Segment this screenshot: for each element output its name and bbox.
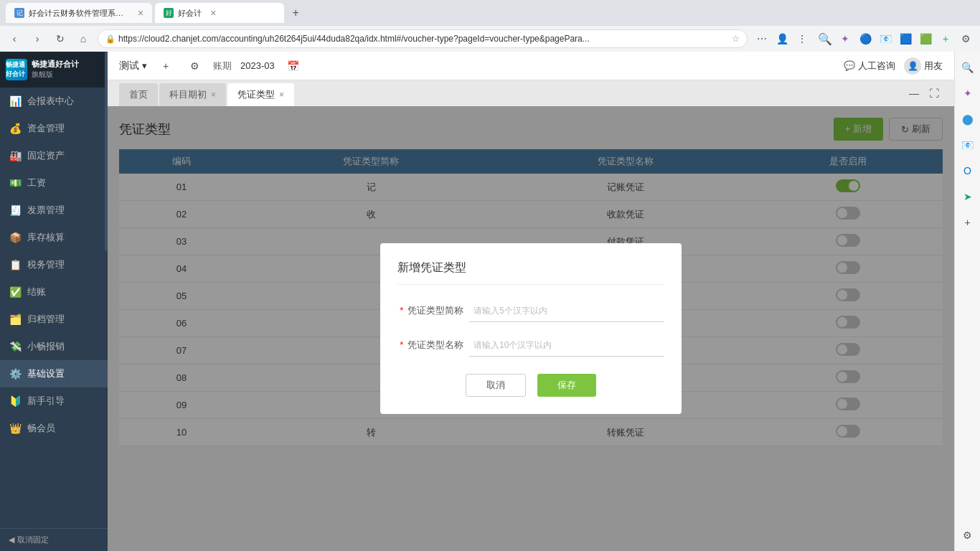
consult-label: 人工咨询: [858, 60, 895, 72]
short-name-input[interactable]: [469, 299, 664, 322]
ext1-icon[interactable]: ✦: [837, 30, 854, 47]
right-star-button[interactable]: ✦: [958, 83, 978, 103]
ext3-icon[interactable]: 📧: [877, 30, 894, 47]
user-button[interactable]: 👤 用友: [904, 57, 943, 75]
sidebar-item-label: 发票管理: [27, 204, 65, 217]
sidebar-item-label: 资金管理: [27, 122, 65, 135]
browser-chrome: 记 好会计云财务软件管理系统_会计 × 好 好会计 × +: [0, 0, 980, 26]
tab-home-label: 首页: [129, 88, 148, 101]
sidebar-logo: 畅捷通好合计: [6, 59, 27, 80]
calendar-icon[interactable]: 📅: [283, 56, 303, 76]
add-company-button[interactable]: +: [156, 56, 176, 76]
sidebar-item-label: 库存核算: [27, 231, 65, 244]
ext6-icon[interactable]: +: [937, 30, 954, 47]
company-selector[interactable]: 测试 ▾: [119, 60, 147, 72]
profile-button[interactable]: 👤: [773, 30, 791, 47]
sidebar-item-archive[interactable]: 🗂️ 归档管理: [0, 306, 108, 333]
extensions-button[interactable]: ⋯: [753, 30, 771, 47]
right-settings-button[interactable]: ⚙: [958, 525, 978, 545]
inventory-icon: 📦: [9, 231, 22, 244]
required-star: *: [400, 305, 403, 316]
user-label: 用友: [924, 60, 943, 72]
sidebar-unpin[interactable]: ◀ 取消固定: [0, 528, 108, 551]
sidebar-item-finance[interactable]: 💰 资金管理: [0, 115, 108, 142]
tab-voucher-label: 凭证类型: [237, 88, 275, 101]
sidebar-item-label: 小畅报销: [27, 340, 65, 353]
sidebar-item-label: 新手引导: [27, 395, 65, 408]
sidebar-item-member[interactable]: 👑 畅会员: [0, 415, 108, 442]
modal-form: * 凭证类型简称 * 凭证类型名称: [397, 299, 664, 357]
home-button[interactable]: ⌂: [75, 30, 92, 47]
modal-dialog: 新增凭证类型 * 凭证类型简称 * 凭证类型名称: [380, 243, 682, 414]
tab2-close[interactable]: ×: [210, 7, 216, 19]
tab-subjects-close[interactable]: ×: [211, 90, 216, 100]
gear-icon: ⚙: [190, 60, 199, 72]
tab1-close[interactable]: ×: [138, 7, 143, 19]
forward-button[interactable]: ›: [29, 30, 46, 47]
tab-minimize-button[interactable]: —: [905, 85, 923, 102]
modal-overlay: 新增凭证类型 * 凭证类型简称 * 凭证类型名称: [108, 106, 954, 551]
star-icon[interactable]: ☆: [732, 34, 740, 44]
tab-voucher-type[interactable]: 凭证类型 ×: [227, 83, 294, 106]
sidebar-item-guide[interactable]: 🔰 新手引导: [0, 387, 108, 415]
sidebar-item-invoice[interactable]: 🧾 发票管理: [0, 197, 108, 224]
checkout-icon: ✅: [9, 286, 22, 298]
salary-icon: 💵: [9, 176, 22, 189]
new-tab-button[interactable]: +: [287, 4, 304, 22]
ext2-icon[interactable]: 🔵: [857, 30, 874, 47]
settings-icon: ⚙️: [9, 367, 22, 380]
sidebar-item-label: 固定资产: [27, 149, 65, 162]
tab-voucher-close[interactable]: ×: [279, 90, 284, 100]
tab-expand-button[interactable]: ⛶: [925, 85, 943, 102]
sidebar: 畅捷通好合计 畅捷通好合计 旗舰版 📊 会报表中心 💰 资金管理 🏭 固定资产: [0, 52, 108, 551]
sidebar-item-label: 会报表中心: [27, 95, 74, 108]
archive-icon: 🗂️: [9, 313, 22, 326]
full-name-input[interactable]: [469, 334, 664, 357]
right-add-button[interactable]: +: [958, 212, 978, 232]
form-row-full: * 凭证类型名称: [397, 334, 664, 357]
ext4-icon[interactable]: 🟦: [897, 30, 914, 47]
ext5-icon[interactable]: 🟩: [917, 30, 934, 47]
menu-button[interactable]: ⋮: [793, 30, 811, 47]
cancel-button[interactable]: 取消: [466, 374, 526, 397]
unpin-label: 取消固定: [17, 534, 49, 545]
form-row-short: * 凭证类型简称: [397, 299, 664, 322]
consult-button[interactable]: 💬 人工咨询: [844, 60, 895, 72]
right-circle-button[interactable]: ⬤: [958, 109, 978, 129]
right-fly-button[interactable]: ➤: [958, 187, 978, 207]
browser-actions: ⋯ 👤 ⋮: [753, 30, 811, 47]
right-panel: 🔍 ✦ ⬤ 📧 O ➤ + ⚙: [954, 52, 980, 551]
right-search-button[interactable]: 🔍: [958, 57, 978, 77]
tab-home[interactable]: 首页: [119, 83, 158, 106]
sidebar-item-dashboard[interactable]: 📊 会报表中心: [0, 88, 108, 115]
modal-title: 新增凭证类型: [397, 260, 664, 285]
sidebar-item-assets[interactable]: 🏭 固定资产: [0, 142, 108, 169]
sidebar-item-tax[interactable]: 📋 税务管理: [0, 251, 108, 278]
address-bar[interactable]: 🔒 https://cloud2.chanjet.com/accounting/…: [98, 29, 748, 48]
save-button[interactable]: 保存: [537, 374, 596, 397]
sidebar-item-inventory[interactable]: 📦 库存核算: [0, 224, 108, 251]
tab-subjects[interactable]: 科目期初 ×: [159, 83, 226, 106]
browser-navbar: ‹ › ↻ ⌂ 🔒 https://cloud2.chanjet.com/acc…: [0, 26, 980, 52]
page-content: 凭证类型 + 新增 ↻ 刷新 编码 凭证类型简称 凭证类型名称 是否启用: [108, 106, 954, 551]
browser-tab-2[interactable]: 好 好会计 ×: [155, 3, 284, 23]
back-button[interactable]: ‹: [6, 30, 23, 47]
sidebar-item-checkout[interactable]: ✅ 结账: [0, 278, 108, 306]
sidebar-brand: 畅捷通好合计 旗舰版: [32, 60, 79, 79]
sidebar-header: 畅捷通好合计 畅捷通好合计 旗舰版: [0, 52, 108, 88]
browser-tab-1[interactable]: 记 好会计云财务软件管理系统_会计 ×: [6, 3, 152, 23]
settings-ext-icon[interactable]: ⚙: [957, 30, 974, 47]
avatar: 👤: [904, 57, 921, 75]
right-mail-button[interactable]: 📧: [958, 135, 978, 155]
settings-header-button[interactable]: ⚙: [184, 56, 204, 76]
sidebar-nav: 📊 会报表中心 💰 资金管理 🏭 固定资产 💵 工资 🧾 发票管理 📦: [0, 88, 108, 528]
tab-controls: — ⛶: [905, 85, 943, 102]
address-text: https://cloud2.chanjet.com/accounting/uh…: [118, 34, 729, 44]
sidebar-item-settings[interactable]: ⚙️ 基础设置: [0, 360, 108, 387]
sidebar-item-salary[interactable]: 💵 工资: [0, 169, 108, 197]
expense-icon: 💸: [9, 340, 22, 353]
reload-button[interactable]: ↻: [52, 30, 69, 47]
search-ext-icon[interactable]: 🔍: [816, 30, 834, 47]
right-outlook-button[interactable]: O: [958, 161, 978, 181]
sidebar-item-expense[interactable]: 💸 小畅报销: [0, 333, 108, 360]
